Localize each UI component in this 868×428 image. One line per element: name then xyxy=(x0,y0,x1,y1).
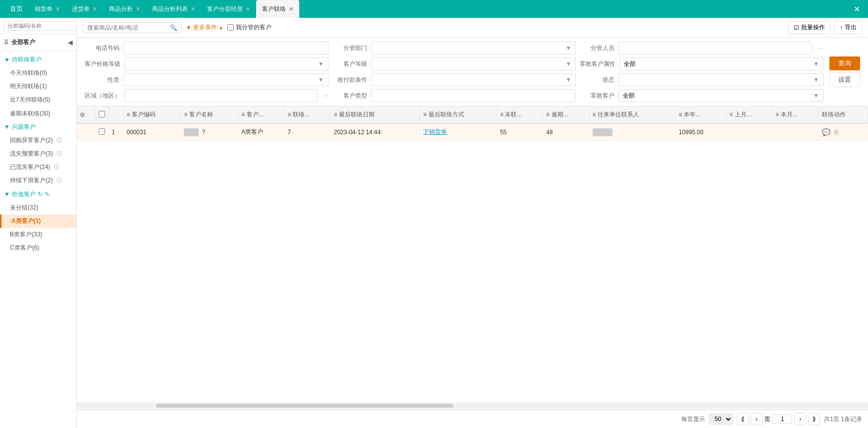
table-footer: 每页显示 50 ⟪ ‹ 页 › ⟫ 共1页 1条记录 xyxy=(77,410,868,428)
main-layout: 🔍 ⠿ 全部客户 ◀ ▼ 待联络客户 今天待联络(0) 明天待联络(1) 近7天… xyxy=(0,18,868,428)
chat-icon[interactable]: 💬 xyxy=(822,128,830,136)
table-settings-icon[interactable]: ⚙ xyxy=(80,111,85,118)
table-area: ⚙ ≡ 客户编码 ≡ 客户名称 ≡ 客户... xyxy=(77,107,868,402)
row-checkbox[interactable] xyxy=(99,128,105,135)
info-icon-1: ⓘ xyxy=(56,151,62,157)
contact-person-color-block xyxy=(593,128,612,136)
sidebar-collapse-icon[interactable]: ◀ xyxy=(68,39,72,46)
retail-select[interactable]: 全部 ▼ xyxy=(618,89,823,102)
sidebar-group-value[interactable]: ▼ 价值客户 ↻ ✎ xyxy=(0,188,76,201)
row-this-month-cell xyxy=(772,123,818,141)
table-row: 1 000031 ？ A类客户 7 2023-04-12 14:44: 下销货单… xyxy=(77,123,868,141)
name-color-block xyxy=(184,128,199,136)
row-last-method-cell: 下销货单 xyxy=(420,123,497,141)
all-customers-label: 全部客户 xyxy=(11,38,35,47)
nav-tab-customer-mgmt[interactable]: 客户分层经营 ✕ xyxy=(201,0,256,18)
sidebar-item-today[interactable]: 今天待联络(0) xyxy=(0,66,76,80)
more-filters-btn[interactable]: ▼ 更多条件 ▲ xyxy=(186,23,223,32)
filter-col-customer-level: 客户等级 ▼ xyxy=(332,57,576,70)
search-icon[interactable]: 🔍 xyxy=(170,24,177,31)
dept-select[interactable]: ▼ xyxy=(371,42,576,54)
sidebar-item-overdue[interactable]: 逾期未联络(30) xyxy=(0,107,76,120)
sidebar-item-7days[interactable]: 近7天待联络(0) xyxy=(0,93,76,107)
last-method-link[interactable]: 下销货单 xyxy=(423,128,447,135)
sidebar-divider-1 xyxy=(0,51,76,51)
horizontal-scrollbar-track xyxy=(77,404,868,408)
status-arrow-icon: ▼ xyxy=(813,76,819,83)
person-label: 分管人员 xyxy=(580,44,614,53)
close-tab-3[interactable]: ✕ xyxy=(191,6,195,12)
per-page-select[interactable]: 50 xyxy=(709,414,733,425)
first-page-btn[interactable]: ⟪ xyxy=(737,413,749,425)
sidebar-item-b-class[interactable]: B类客户(33) xyxy=(0,228,76,241)
nav-tab-purchase[interactable]: 进货单 ✕ xyxy=(66,0,103,18)
nav-tab-customer-contact[interactable]: 客户联络 ✕ xyxy=(256,0,299,18)
content-area: 🔍 ▼ 更多条件 ▲ 我分管的客户 ☑ 批量操作 ↑ 导出 xyxy=(77,18,868,428)
edit-icon-value[interactable]: ✎ xyxy=(45,191,50,198)
checkbox-col-header xyxy=(95,107,108,123)
current-page-input[interactable] xyxy=(772,414,792,424)
sidebar-item-churn-warning[interactable]: 流失预警客户(3) ⓘ xyxy=(0,147,76,160)
person-input[interactable] xyxy=(618,42,813,54)
close-tab-2[interactable]: ✕ xyxy=(136,6,140,12)
sidebar-group-pending[interactable]: ▼ 待联络客户 xyxy=(0,53,76,66)
sidebar-group-problem[interactable]: ▼ 问题客户 xyxy=(0,120,76,134)
horizontal-scrollbar-thumb[interactable] xyxy=(156,404,453,408)
export-button[interactable]: ↑ 导出 xyxy=(834,21,862,34)
search-input[interactable] xyxy=(87,24,170,31)
settings-button[interactable]: 设置 xyxy=(829,72,860,87)
sidebar-item-a-class[interactable]: A类客户(1) xyxy=(0,214,76,228)
query-button[interactable]: 查询 xyxy=(829,56,860,70)
sidebar-item-tomorrow[interactable]: 明天待联络(1) xyxy=(0,80,76,93)
not-contacted-col-header: ≡ 未联... xyxy=(497,107,543,123)
customer-type-input[interactable] xyxy=(371,89,576,102)
filter-bar: 🔍 ▼ 更多条件 ▲ 我分管的客户 ☑ 批量操作 ↑ 导出 xyxy=(77,18,868,38)
customer-table: ⚙ ≡ 客户编码 ≡ 客户名称 ≡ 客户... xyxy=(77,107,868,141)
sidebar-item-c-class[interactable]: C类客户(6) xyxy=(0,241,76,255)
row-category-cell: A类客户 xyxy=(238,123,284,141)
close-window-icon[interactable]: ✕ xyxy=(850,4,864,14)
payment-select[interactable]: ▼ xyxy=(371,73,576,86)
region-dots-icon[interactable]: ··· xyxy=(324,92,328,99)
nav-tab-analysis[interactable]: 商品分析 ✕ xyxy=(103,0,146,18)
sidebar-item-repurchase-abnormal[interactable]: 回购异常客户(2) ⓘ xyxy=(0,134,76,147)
filter-col-retail-attr: 零散客户属性 全部 ▼ xyxy=(580,57,823,70)
close-tab-1[interactable]: ✕ xyxy=(93,6,97,12)
status-select[interactable]: ▼ xyxy=(618,73,823,86)
sidebar-item-unclassified[interactable]: 未分组(32) xyxy=(0,201,76,214)
last-page-btn[interactable]: ⟫ xyxy=(808,413,820,425)
nature-label: 性质 xyxy=(85,76,119,84)
nav-tab-analysis-list[interactable]: 商品分析列表 ✕ xyxy=(146,0,201,18)
group-arrow-pending: ▼ xyxy=(4,56,10,63)
refresh-icon-value[interactable]: ↻ xyxy=(38,191,43,198)
my-customers-label: 我分管的客户 xyxy=(236,23,271,32)
customer-level-select[interactable]: ▼ xyxy=(371,57,576,70)
filter-actions: ☑ 批量操作 ↑ 导出 xyxy=(788,21,862,34)
close-tab-0[interactable]: ✕ xyxy=(55,6,60,12)
sidebar-search-container: 🔍 xyxy=(0,18,76,34)
sidebar-item-declining[interactable]: 持续下滑客户(2) ⓘ xyxy=(0,174,76,187)
phone-input[interactable] xyxy=(123,42,328,54)
nav-tab-salesperson[interactable]: 销货单 ✕ xyxy=(29,0,66,18)
share-icon[interactable]: ⎘ xyxy=(834,128,838,136)
select-all-checkbox[interactable] xyxy=(99,111,105,117)
sidebar-search-input[interactable] xyxy=(4,21,77,31)
row-contact-cell: 7 xyxy=(284,123,330,141)
index-col-header xyxy=(108,107,123,123)
retail-attr-select[interactable]: 全部 ▼ xyxy=(619,57,823,70)
person-dots-icon[interactable]: ··· xyxy=(818,45,823,52)
price-level-select[interactable]: ▼ xyxy=(124,57,328,70)
nature-select[interactable]: ▼ xyxy=(123,73,328,86)
customer-level-arrow-icon: ▼ xyxy=(565,60,571,67)
payment-arrow-icon: ▼ xyxy=(565,76,571,83)
next-page-btn[interactable]: › xyxy=(794,413,806,425)
close-tab-4[interactable]: ✕ xyxy=(246,6,250,12)
prev-page-btn[interactable]: ‹ xyxy=(751,413,762,425)
row-name-extra: ？ xyxy=(201,128,207,135)
sidebar-item-churned[interactable]: 已流失客户(24) ⓘ xyxy=(0,160,76,174)
close-tab-5[interactable]: ✕ xyxy=(289,6,293,12)
my-customers-checkbox[interactable] xyxy=(227,24,234,31)
nav-home[interactable]: 首页 xyxy=(4,0,29,18)
batch-ops-button[interactable]: ☑ 批量操作 xyxy=(788,21,830,34)
region-input[interactable] xyxy=(124,89,318,102)
